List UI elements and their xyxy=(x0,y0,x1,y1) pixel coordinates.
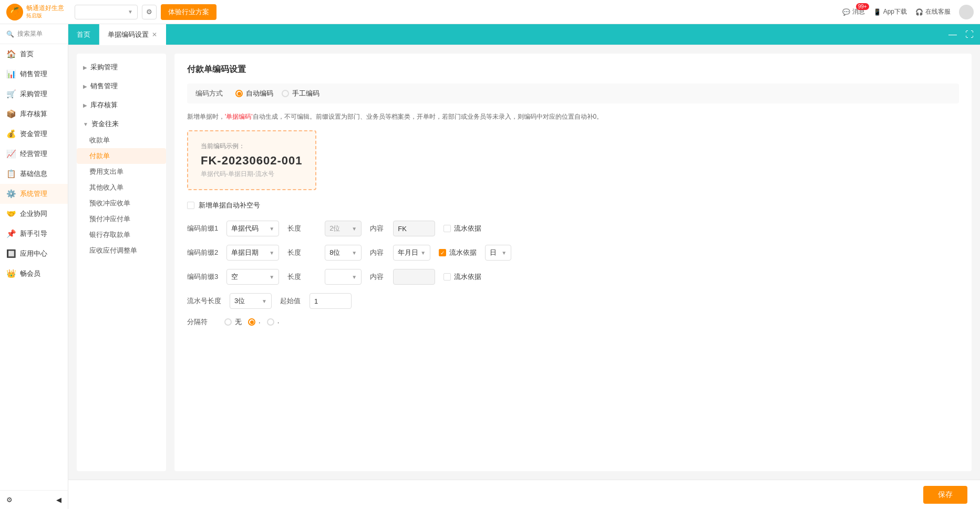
prefix3-select[interactable]: 空 ▼ xyxy=(226,269,279,285)
sidebar-item-label-operation: 经营管理 xyxy=(20,149,47,159)
serial3-checkbox[interactable] xyxy=(443,273,451,281)
sub-sidebar-pre-payment[interactable]: 预付冲应付单 xyxy=(77,211,166,227)
page-panel: 付款单编码设置 编码方式 自动编码 手工编码 xyxy=(174,54,972,471)
download-icon: 📱 xyxy=(873,8,881,16)
prefix1-select[interactable]: 单据代码 ▼ xyxy=(226,221,279,236)
sidebar-item-finance[interactable]: 💰 资金管理 xyxy=(0,124,68,144)
sub-sidebar: ▶ 采购管理 ▶ 销售管理 ▶ 库存核算 xyxy=(77,54,166,471)
tab-close-icon[interactable]: ✕ xyxy=(152,31,157,38)
topbar-middle: ▼ ⚙ 体验行业方案 xyxy=(75,4,842,20)
sidebar-item-guide[interactable]: 📌 新手引导 xyxy=(0,224,68,244)
settings-icon[interactable]: ⚙ xyxy=(142,5,157,19)
length3-select[interactable]: ▼ xyxy=(325,269,362,285)
trial-button[interactable]: 体验行业方案 xyxy=(161,4,216,20)
sidebar-item-basic[interactable]: 📋 基础信息 xyxy=(0,164,68,184)
length3-label: 长度 xyxy=(287,272,316,282)
period-arrow-icon: ▼ xyxy=(501,250,507,256)
headset-icon: 🎧 xyxy=(915,8,923,16)
length1-select[interactable]: 2位 ▼ xyxy=(325,221,362,236)
start-value-input[interactable] xyxy=(310,293,352,309)
tab-bar-actions: — ⛶ xyxy=(946,28,980,41)
sidebar-item-label-enterprise: 企业协同 xyxy=(20,209,47,219)
content1-label: 内容 xyxy=(370,224,385,233)
topbar-dropdown[interactable]: ▼ xyxy=(75,5,138,19)
avatar[interactable] xyxy=(959,5,974,19)
sub-sidebar-purchase[interactable]: ▶ 采购管理 xyxy=(77,59,166,76)
tab-maximize-icon[interactable]: ⛶ xyxy=(963,28,976,41)
sidebar-item-system[interactable]: ⚙️ 系统管理 xyxy=(0,184,68,204)
apps-icon: 🔲 xyxy=(6,249,16,258)
sub-sidebar-receipt[interactable]: 收款单 xyxy=(77,132,166,148)
content2-label: 内容 xyxy=(370,248,385,257)
sub-sidebar-adjustment[interactable]: 应收应付调整单 xyxy=(77,243,166,258)
tab-home[interactable]: 首页 xyxy=(68,24,99,45)
sidebar-item-label-purchase: 采购管理 xyxy=(20,89,47,99)
tab-encoding-settings[interactable]: 单据编码设置 ✕ xyxy=(99,24,166,45)
sub-sidebar-pre-receipt[interactable]: 预收冲应收单 xyxy=(77,195,166,211)
sub-sidebar-expense[interactable]: 费用支出单 xyxy=(77,164,166,180)
prefix3-arrow-icon: ▼ xyxy=(269,274,274,280)
serial1-checkbox[interactable] xyxy=(443,225,451,232)
radio-auto[interactable]: 自动编码 xyxy=(235,89,273,98)
code-preview-sub: 单据代码-单据日期-流水号 xyxy=(201,170,303,179)
sidebar-item-purchase[interactable]: 🛒 采购管理 xyxy=(0,84,68,104)
sidebar-item-apps[interactable]: 🔲 应用中心 xyxy=(0,244,68,264)
period-select[interactable]: 日 ▼ xyxy=(485,245,511,261)
radio-manual-dot xyxy=(282,90,289,97)
sidebar-item-sales[interactable]: 📊 销售管理 xyxy=(0,64,68,84)
form-row-prefix1: 编码前缀1 单据代码 ▼ 长度 2位 ▼ 内容 FK 流水依据 xyxy=(187,221,959,236)
message-button[interactable]: 💬 消息 99+ xyxy=(842,7,865,16)
sub-sidebar-payment[interactable]: 付款单 xyxy=(77,148,166,164)
radio-manual[interactable]: 手工编码 xyxy=(282,89,319,98)
prefix2-select[interactable]: 单据日期 ▼ xyxy=(226,245,279,261)
sidebar-item-label-inventory: 库存核算 xyxy=(20,109,47,119)
encoding-method-radio-group: 自动编码 手工编码 xyxy=(235,89,319,98)
code-preview-box: 当前编码示例： FK-20230602-001 单据代码-单据日期-流水号 xyxy=(187,130,316,190)
arrow-right-icon2: ▶ xyxy=(83,84,87,89)
sub-sidebar-sales-label: 销售管理 xyxy=(90,81,118,91)
length2-select[interactable]: 8位 ▼ xyxy=(325,245,362,261)
home-icon: 🏠 xyxy=(6,49,16,59)
sidebar-item-member[interactable]: 👑 畅会员 xyxy=(0,264,68,284)
logo-text: 畅通道好生意 xyxy=(26,4,64,13)
save-button[interactable]: 保存 xyxy=(923,486,967,504)
length2-label: 长度 xyxy=(287,248,316,257)
serial2-checkbox[interactable]: ✓ xyxy=(439,249,446,256)
sidebar-collapse-icon[interactable]: ◀ xyxy=(56,496,61,504)
sub-sidebar-other-income[interactable]: 其他收入单 xyxy=(77,180,166,195)
content2-select[interactable]: 年月日 ▼ xyxy=(393,245,430,261)
online-service-button[interactable]: 🎧 在线客服 xyxy=(915,7,951,16)
member-icon: 👑 xyxy=(6,269,16,278)
sidebar-item-operation[interactable]: 📈 经营管理 xyxy=(0,144,68,164)
sidebar-item-home[interactable]: 🏠 首页 xyxy=(0,44,68,64)
form-row-prefix2: 编码前缀2 单据日期 ▼ 长度 8位 ▼ 内容 年月日 ▼ xyxy=(187,245,959,261)
tab-encoding-label: 单据编码设置 xyxy=(108,30,149,39)
logo-icon: 🍊 xyxy=(6,4,23,20)
sub-sidebar-bank[interactable]: 银行存取款单 xyxy=(77,227,166,243)
serial3-label: 流水依据 xyxy=(454,272,481,282)
sep-dot[interactable]: · xyxy=(248,318,261,326)
serial2-checkbox-group: ✓ 流水依据 xyxy=(439,248,477,257)
serial-length-label: 流水号长度 xyxy=(187,296,221,306)
length2-arrow-icon: ▼ xyxy=(352,250,357,256)
sub-sidebar-capital[interactable]: ▼ 资金往来 xyxy=(77,116,166,132)
sub-sidebar-sales[interactable]: ▶ 销售管理 xyxy=(77,78,166,95)
sep-none[interactable]: 无 xyxy=(224,317,242,327)
serial-length-select[interactable]: 3位 ▼ xyxy=(230,293,272,309)
sidebar-search[interactable]: 🔍 搜索菜单 xyxy=(0,24,68,44)
inventory-icon: 📦 xyxy=(6,109,16,119)
sidebar-item-inventory[interactable]: 📦 库存核算 xyxy=(0,104,68,124)
sub-sidebar-inventory[interactable]: ▶ 库存核算 xyxy=(77,97,166,113)
sidebar-item-label-system: 系统管理 xyxy=(20,189,47,199)
tab-minimize-icon[interactable]: — xyxy=(946,28,959,41)
sub-sidebar-purchase-label: 采购管理 xyxy=(90,63,118,72)
code-preview-value: FK-20230602-001 xyxy=(201,154,303,168)
app-download-button[interactable]: 📱 App下载 xyxy=(873,7,907,16)
sub-sidebar-group-inventory: ▶ 库存核算 xyxy=(77,96,166,115)
sep-dot2[interactable]: · xyxy=(267,318,280,326)
checkbox-auto-fill[interactable] xyxy=(187,202,194,209)
sidebar-settings-icon[interactable]: ⚙ xyxy=(6,496,13,504)
radio-manual-label: 手工编码 xyxy=(292,89,319,98)
sidebar-item-enterprise[interactable]: 🤝 企业协同 xyxy=(0,204,68,224)
tab-bar: 首页 单据编码设置 ✕ — ⛶ xyxy=(68,24,980,45)
